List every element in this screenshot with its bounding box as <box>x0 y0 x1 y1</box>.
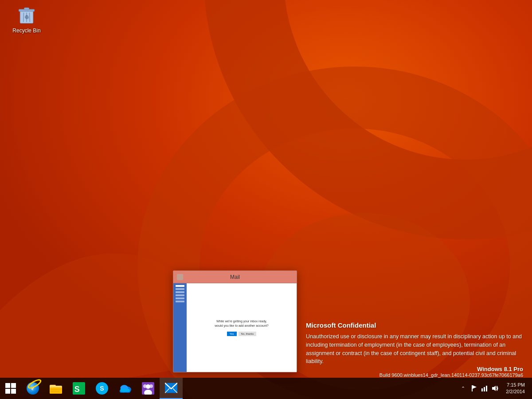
skype-icon: S <box>96 382 108 395</box>
mail-nav-item <box>176 301 184 302</box>
svg-rect-19 <box>51 391 59 392</box>
file-explorer-icon <box>50 382 62 395</box>
svg-rect-35 <box>472 385 473 391</box>
mail-nav-item <box>176 285 184 287</box>
svg-rect-16 <box>50 387 62 394</box>
mail-window-titlebar: Mail <box>173 271 297 283</box>
svg-rect-11 <box>5 383 10 388</box>
svg-rect-26 <box>121 389 130 392</box>
mail-window-title: Mail <box>230 274 240 280</box>
mail-yes-button[interactable]: Yes <box>227 332 237 336</box>
svg-rect-39 <box>486 386 487 391</box>
build-info: Windows 8.1 Pro Build 9600.winblues14_gd… <box>301 366 532 378</box>
taskbar-store-button[interactable]: S <box>67 378 90 399</box>
mail-nav-item <box>176 297 184 299</box>
clock[interactable]: 7:15 PM 2/2/2014 <box>502 382 528 395</box>
tray-icons <box>469 384 500 393</box>
svg-rect-18 <box>51 389 61 390</box>
mail-setup-buttons: Yes No, thanks <box>227 332 256 336</box>
svg-rect-37 <box>481 388 483 391</box>
mail-window[interactable]: Mail While we're getting your inbox read… <box>173 270 297 372</box>
mail-sidebar <box>173 283 187 372</box>
taskbar-ie-button[interactable]: e <box>21 378 44 399</box>
volume-icon[interactable] <box>491 384 500 393</box>
desktop: ♻ Recycle Bin Mail While we're getting y… <box>0 0 532 399</box>
svg-rect-17 <box>50 385 56 387</box>
confidential-title: Microsoft Confidential <box>306 321 523 329</box>
onedrive-icon <box>119 382 131 395</box>
mail-window-close-btn[interactable] <box>177 274 183 280</box>
svg-line-7 <box>29 12 30 22</box>
taskbar-people-button[interactable] <box>137 378 160 399</box>
mail-taskbar-icon <box>165 382 177 394</box>
mail-window-controls <box>177 274 183 280</box>
svg-marker-36 <box>473 385 477 389</box>
mail-no-button[interactable]: No, thanks <box>239 332 257 336</box>
show-hidden-icons-button[interactable]: ⌃ <box>459 386 467 391</box>
svg-text:♻: ♻ <box>24 14 29 20</box>
taskbar-onedrive-button[interactable] <box>113 378 137 399</box>
start-button[interactable] <box>0 378 21 399</box>
taskbar-mail-button[interactable] <box>160 378 183 399</box>
taskbar-file-explorer-button[interactable] <box>44 378 67 399</box>
mail-setup-text: While we're getting your inbox ready, wo… <box>215 319 268 328</box>
windows-logo-icon <box>5 383 16 394</box>
network-icon[interactable] <box>480 384 489 393</box>
svg-point-31 <box>143 384 147 388</box>
build-edition: Windows 8.1 Pro <box>306 366 523 372</box>
clock-date: 2/2/2014 <box>506 388 525 395</box>
mail-window-content: While we're getting your inbox ready, wo… <box>173 283 297 372</box>
taskbar-pinned-apps: e S <box>21 378 456 399</box>
confidential-overlay: Microsoft Confidential Unauthorized use … <box>301 317 532 370</box>
svg-rect-13 <box>5 389 10 394</box>
action-center-icon[interactable] <box>469 384 478 393</box>
people-icon <box>142 382 154 395</box>
store-icon: S <box>73 382 85 395</box>
mail-nav-item <box>176 288 184 290</box>
recycle-bin-label: Recycle Bin <box>12 27 40 34</box>
mail-nav-item <box>176 291 184 293</box>
taskbar: e S <box>0 378 532 399</box>
mail-main-content: While we're getting your inbox ready, wo… <box>187 283 297 372</box>
svg-line-5 <box>23 12 24 22</box>
svg-marker-40 <box>492 386 496 391</box>
recycle-bin-svg: ♻ <box>16 4 37 26</box>
mail-nav-item <box>176 294 184 296</box>
build-number: Build 9600.winblues14_gdr_lean.140114-02… <box>306 372 523 378</box>
svg-point-30 <box>149 384 153 388</box>
clock-time: 7:15 PM <box>507 382 525 388</box>
svg-rect-12 <box>11 383 16 388</box>
taskbar-skype-button[interactable]: S <box>90 378 113 399</box>
confidential-text: Unauthorized use or disclosure in any ma… <box>306 332 523 366</box>
recycle-bin-icon[interactable]: ♻ Recycle Bin <box>9 4 44 34</box>
svg-rect-9 <box>24 8 29 10</box>
svg-text:S: S <box>74 385 80 394</box>
svg-rect-38 <box>484 387 485 391</box>
system-tray: ⌃ <box>456 382 532 395</box>
svg-rect-14 <box>11 389 16 394</box>
